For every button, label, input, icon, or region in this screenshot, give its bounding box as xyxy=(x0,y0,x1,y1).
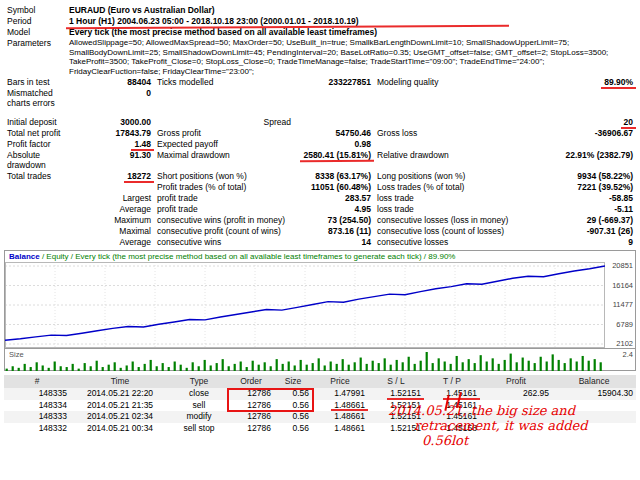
trade-cell-text: 1.45161 xyxy=(446,411,477,421)
trade-cell-text: 148332 xyxy=(39,423,67,433)
report-cell-text: 9934 (58.22%) xyxy=(577,171,633,181)
report-cell: consecutive loss (count of losses) xyxy=(374,226,540,237)
report-cell: 29 (-669.37) xyxy=(540,215,636,226)
report-cell-text: Mismatched charts errors xyxy=(7,88,55,108)
report-cell xyxy=(4,226,66,237)
report-cell-text: loss trade xyxy=(377,204,414,214)
report-cell: 3000.00 xyxy=(66,117,154,128)
report-row xyxy=(4,109,636,117)
report-cell-text: Gross profit xyxy=(157,128,201,138)
report-cell-text: 0 xyxy=(146,88,151,98)
report-cell: AllowedSlippage=50; AllowedMaxSpread=50;… xyxy=(66,38,636,77)
report-cell-text: 873.16 (11) xyxy=(328,226,371,236)
trade-cell: 148333 xyxy=(4,411,70,423)
report-cell-text: 1.48 xyxy=(134,139,151,149)
report-cell: Spread xyxy=(154,117,294,128)
report-cell: loss trade xyxy=(374,204,540,215)
report-cell-text: 20 xyxy=(624,117,633,127)
report-cell: Profit factor xyxy=(4,139,66,150)
trade-cell-text: 2014.05.21 00:34 xyxy=(87,423,153,433)
report-cell: 54750.46 xyxy=(294,128,374,139)
report-cell: consecutive profit (count of wins) xyxy=(154,226,294,237)
report-cell: Gross loss xyxy=(374,128,540,139)
report-cell: 8338 (63.17%) xyxy=(294,171,374,182)
report-cell-text: Loss trades (% of total) xyxy=(377,182,464,192)
report-cell xyxy=(374,117,540,128)
report-cell-text: Profit factor xyxy=(7,139,50,149)
trade-cell-text: close xyxy=(189,388,209,398)
trade-cell: 2014.05.21 00:34 xyxy=(70,423,170,435)
report-cell-text: consecutive loss (count of losses) xyxy=(377,226,504,236)
trade-cell: 1.47991 xyxy=(312,388,368,400)
report-row: Averageprofit trade4.95loss trade-5.11 xyxy=(4,204,636,215)
report-cell-text: Ticks modelled xyxy=(157,77,213,87)
report-cell: Short positions (won %) xyxy=(154,171,294,182)
trade-cell-text: 2014.05.21 02:34 xyxy=(87,411,153,421)
report-cell-text: EURAUD (Euro vs Australian Dollar) xyxy=(69,5,215,15)
report-cell xyxy=(4,237,66,248)
trade-cell-text: 12786 xyxy=(247,388,271,398)
report-cell-text: 18272 xyxy=(127,171,151,181)
report-cell: Maximum xyxy=(66,215,154,226)
trade-cell: 1.48661 xyxy=(312,423,368,435)
report-cell: Period xyxy=(4,16,66,27)
report-cell: Total trades xyxy=(4,171,66,182)
trade-cell xyxy=(480,400,552,412)
y-axis-label: 20851 xyxy=(612,262,633,270)
report-cell-text: Modeling quality xyxy=(377,77,438,87)
trades-header-cell: Balance xyxy=(552,375,636,388)
chart-legend-info: / Equity / Every tick (the most precise … xyxy=(40,252,456,261)
report-cell: -36906.67 xyxy=(540,128,636,139)
trades-table: #TimeTypeOrderSizePriceS / LT / PProfitB… xyxy=(4,375,636,434)
report-cell-text: consecutive wins xyxy=(157,237,221,247)
strategy-tester-report-page: SymbolEURAUD (Euro vs Australian Dollar)… xyxy=(0,0,640,480)
report-cell: 14 xyxy=(294,237,374,248)
trades-header-cell: S / L xyxy=(368,375,424,388)
report-table: SymbolEURAUD (Euro vs Australian Dollar)… xyxy=(4,5,636,248)
balance-plot xyxy=(5,262,605,348)
report-cell-text: 54750.46 xyxy=(336,128,371,138)
report-cell-text: consecutive wins (profit in money) xyxy=(157,215,285,225)
report-row: Profit trades (% of total)11051 (60.48%)… xyxy=(4,182,636,193)
trade-cell-text: 2014.05.21 22:20 xyxy=(87,388,153,398)
trade-cell: 148332 xyxy=(4,423,70,435)
report-cell: 2580.41 (15.81%) xyxy=(294,150,374,171)
report-row: SymbolEURAUD (Euro vs Australian Dollar) xyxy=(4,5,636,16)
report-cell: 1 Hour (H1) 2004.06.23 05:00 - 2018.10.1… xyxy=(66,16,636,27)
trade-cell: 262.95 xyxy=(480,388,552,400)
size-strip-label: Size xyxy=(9,350,24,359)
report-cell-text: Total trades xyxy=(7,171,51,181)
chart-header: Balance / Equity / Every tick (the most … xyxy=(5,251,635,262)
trade-cell: 1.48661 xyxy=(312,411,368,423)
report-cell: Relative drawdown xyxy=(374,150,540,171)
report-row: Mismatched charts errors0 xyxy=(4,88,636,109)
report-cell xyxy=(4,109,636,117)
report-cell-text: Expected payoff xyxy=(157,139,218,149)
report-cell: 9934 (58.22%) xyxy=(540,171,636,182)
report-cell-text: profit trade xyxy=(157,193,198,203)
report-cell-text: consecutive profit (count of wins) xyxy=(157,226,281,236)
report-cell: EURAUD (Euro vs Australian Dollar) xyxy=(66,5,636,16)
report-row: ParametersAllowedSlippage=50; AllowedMax… xyxy=(4,38,636,77)
trade-cell: 1.45158 xyxy=(424,423,480,435)
trade-cell: 1.45161 xyxy=(424,400,480,412)
report-row: Total net profit17843.79Gross profit5475… xyxy=(4,128,636,139)
report-cell-text: Symbol xyxy=(7,5,35,15)
report-cell-text: -5.11 xyxy=(614,204,633,214)
trade-cell: sell stop xyxy=(170,423,228,435)
report-cell xyxy=(66,182,154,193)
report-cell-text: 73 (254.50) xyxy=(328,215,371,225)
report-cell-text: Relative drawdown xyxy=(377,150,449,160)
report-cell: Model xyxy=(4,27,66,38)
report-cell-text: 91.30 xyxy=(130,150,151,160)
trade-row: 1483352014.05.21 22:20close127860.561.47… xyxy=(4,388,636,400)
report-row: Period1 Hour (H1) 2004.06.23 05:00 - 201… xyxy=(4,16,636,27)
report-cell: 0.98 xyxy=(294,139,374,150)
report-cell: 0 xyxy=(66,88,154,109)
y-axis-label: 6789 xyxy=(616,321,633,329)
report-cell-text: consecutive losses (loss in money) xyxy=(377,215,508,225)
trade-cell: close xyxy=(170,388,228,400)
report-cell-text: Period xyxy=(7,16,32,26)
report-cell-text: 8338 (63.17%) xyxy=(315,171,371,181)
report-cell: Initial deposit xyxy=(4,117,66,128)
